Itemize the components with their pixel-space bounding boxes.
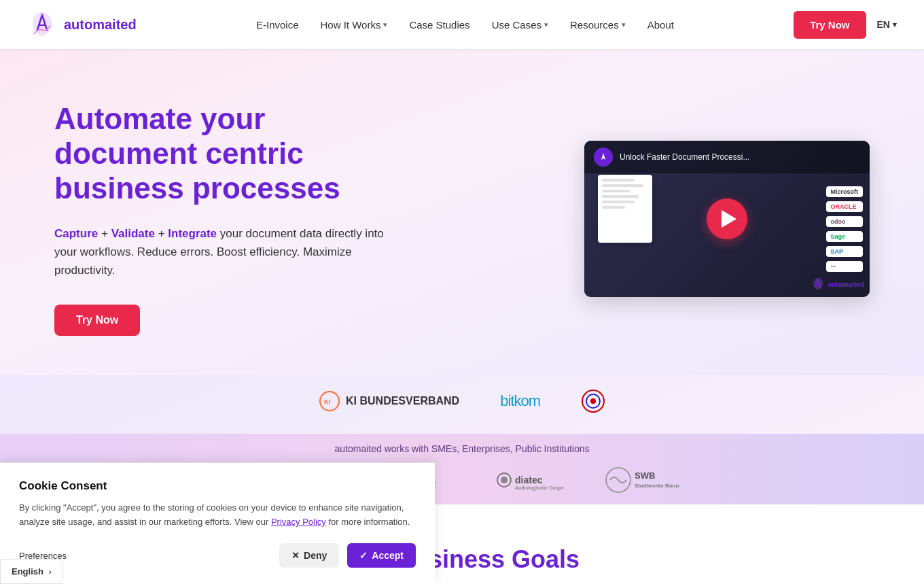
integration-sap: SAP — [826, 246, 864, 257]
keyword-integrate: Integrate — [168, 227, 217, 240]
chevron-down-icon: ▾ — [383, 20, 387, 29]
video-thumbnail: Microsoft ORACLE odoo Sage SAP ··· Unloc… — [584, 141, 870, 297]
nav-links: E-Invoice How It Works ▾ Case Studies Us… — [256, 19, 674, 31]
video-title: Unlock Faster Document Processi... — [620, 152, 749, 162]
logo-icon — [27, 10, 57, 39]
cookie-text: By clicking "Accept", you agree to the s… — [19, 501, 416, 530]
svg-text:Stadtwerke Bonn: Stadtwerke Bonn — [635, 483, 679, 489]
nav-case-studies[interactable]: Case Studies — [409, 19, 469, 31]
video-logo — [594, 148, 613, 167]
hero-video[interactable]: Microsoft ORACLE odoo Sage SAP ··· Unloc… — [584, 141, 870, 297]
svg-text:SWB: SWB — [635, 470, 655, 481]
language-badge-label: English — [12, 566, 43, 577]
cookie-title: Cookie Consent — [19, 479, 416, 493]
language-badge[interactable]: English › — [0, 559, 63, 584]
svg-point-5 — [590, 398, 596, 404]
partner-bitkom: bitkom — [500, 392, 540, 410]
try-now-hero-button[interactable]: Try Now — [54, 305, 140, 336]
svg-text:diatec: diatec — [515, 475, 543, 485]
video-integrations: Microsoft ORACLE odoo Sage SAP ··· — [826, 168, 864, 290]
logo[interactable]: automaited — [27, 10, 137, 39]
integration-sage: Sage — [826, 231, 864, 242]
navbar: automaited E-Invoice How It Works ▾ Case… — [0, 0, 924, 49]
brand-name: automaited — [64, 17, 137, 33]
svg-text:KI: KI — [324, 398, 330, 405]
video-header: Unlock Faster Document Processi... — [584, 141, 870, 173]
deny-icon: ✕ — [291, 550, 300, 561]
deny-button[interactable]: ✕ Deny — [279, 543, 339, 568]
svg-text:Audiologische Cooperativa: Audiologische Cooperativa — [515, 485, 564, 491]
cookie-banner: Cookie Consent By clicking "Accept", you… — [0, 462, 435, 584]
nav-right: Try Now EN ▾ — [794, 11, 897, 39]
integration-more: ··· — [826, 261, 864, 272]
hero-section: Automate your document centric business … — [0, 49, 924, 375]
chevron-down-icon: ▾ — [622, 20, 626, 29]
ki-bundesverband-icon: KI — [319, 390, 340, 412]
privacy-policy-link[interactable]: Privacy Policy — [271, 517, 326, 527]
partner3-icon — [581, 389, 605, 413]
integration-odoo: odoo — [826, 216, 864, 227]
cookie-actions: Preferences ✕ Deny ✓ Accept — [19, 543, 416, 568]
video-brand: automaited — [811, 277, 864, 292]
svg-point-21 — [501, 477, 508, 483]
keyword-capture: Capture — [54, 227, 98, 240]
integration-microsoft: Microsoft — [826, 186, 864, 197]
hero-subtitle: Capture + Validate + Integrate your docu… — [54, 224, 408, 280]
video-play-button[interactable] — [707, 199, 747, 239]
chevron-down-icon: ▾ — [893, 20, 897, 29]
accept-button[interactable]: ✓ Accept — [347, 543, 416, 568]
partner-ki-bundesverband: KI KI BUNDESVERBAND — [319, 390, 459, 412]
nav-e-invoice[interactable]: E-Invoice — [256, 19, 299, 31]
hero-content: Automate your document centric business … — [54, 102, 408, 335]
try-now-nav-button[interactable]: Try Now — [794, 11, 866, 39]
nav-about[interactable]: About — [647, 19, 674, 31]
nav-resources[interactable]: Resources ▾ — [570, 19, 626, 31]
nav-how-it-works[interactable]: How It Works ▾ — [321, 19, 388, 31]
chevron-right-icon: › — [49, 568, 52, 576]
ki-bundesverband-label: KI BUNDESVERBAND — [346, 395, 459, 407]
language-label: EN — [877, 19, 890, 30]
video-brand-icon — [811, 277, 825, 292]
partner-3 — [581, 389, 605, 413]
svg-point-0 — [41, 14, 43, 16]
chevron-down-icon: ▾ — [544, 20, 548, 29]
partners-section: KI KI BUNDESVERBAND bitkom — [0, 375, 924, 434]
integration-oracle: ORACLE — [826, 201, 864, 212]
accept-icon: ✓ — [359, 550, 368, 561]
company-diatec: diatec Audiologische Cooperativa — [496, 465, 564, 495]
company-swb: SWB Stadtwerke Bonn — [605, 465, 700, 495]
video-document — [598, 175, 652, 243]
companies-subtitle: automaited works with SMEs, Enterprises,… — [0, 443, 924, 454]
hero-title: Automate your document centric business … — [54, 102, 408, 205]
bitkom-label: bitkom — [500, 392, 540, 410]
nav-use-cases[interactable]: Use Cases ▾ — [492, 19, 548, 31]
language-selector[interactable]: EN ▾ — [877, 19, 897, 30]
keyword-validate: Validate — [111, 227, 155, 240]
